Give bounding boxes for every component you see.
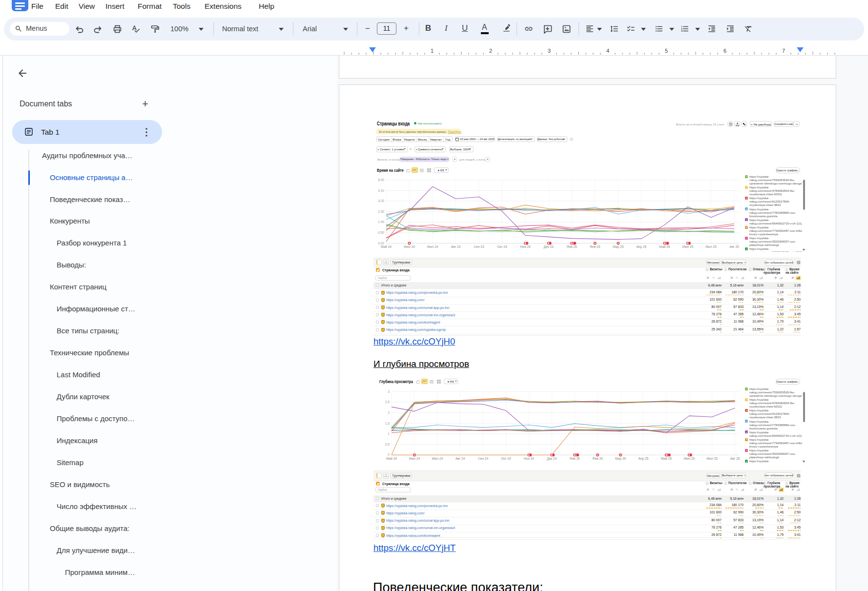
svg-text:Ноя 24: Ноя 24 [524, 457, 534, 460]
svg-text:Фев 25: Фев 25 [592, 457, 603, 460]
svg-text:Июн 25: Июн 25 [683, 457, 695, 460]
svg-text:1,5: 1,5 [385, 422, 390, 425]
svg-text:Мар 25: Мар 25 [615, 457, 626, 461]
svg-text:Май 25: Май 25 [661, 457, 672, 460]
svg-text:Июл 25: Июл 25 [706, 457, 718, 460]
svg-text:Сен 24: Сен 24 [478, 457, 489, 460]
svg-text:Авг 25: Авг 25 [730, 457, 740, 460]
svg-text:3: 3 [388, 390, 390, 393]
svg-text:Янв 25: Янв 25 [570, 457, 580, 460]
svg-text:2,5: 2,5 [385, 400, 390, 404]
svg-text:Май 24: Май 24 [386, 457, 397, 460]
svg-text:1: 1 [388, 432, 390, 435]
svg-text:Июн 24: Июн 24 [409, 457, 420, 460]
svg-text:Июл 24: Июл 24 [432, 457, 443, 460]
svg-text:2: 2 [388, 411, 390, 414]
svg-text:Апр 25: Апр 25 [638, 457, 648, 461]
svg-text:Окт 24: Окт 24 [501, 457, 511, 460]
svg-text:Дек 24: Дек 24 [547, 457, 557, 461]
svg-text:Авг 24: Авг 24 [455, 457, 465, 460]
svg-text:0,5: 0,5 [385, 443, 390, 446]
svg-text:0: 0 [388, 453, 390, 456]
